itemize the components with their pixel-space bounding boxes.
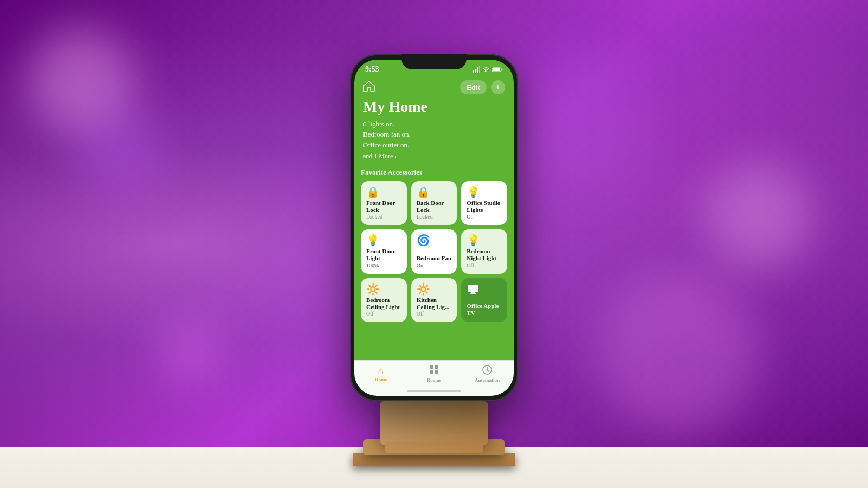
- tile-status-bedroom-fan: On: [417, 262, 452, 268]
- tile-status-bedroom-night-light: Off: [467, 262, 502, 268]
- bokeh-3: [597, 271, 760, 434]
- svg-rect-13: [435, 370, 438, 374]
- summary-line-2: Bedroom fan on.: [363, 129, 505, 140]
- tile-front-door-lock[interactable]: 🔒 Front Door Lock Locked: [361, 181, 407, 225]
- tile-name-front-door-lock: Front Door Lock: [366, 200, 401, 214]
- svg-rect-10: [430, 365, 433, 369]
- tile-icon-office-apple-tv: [467, 284, 502, 296]
- bokeh-4: [705, 163, 814, 271]
- tile-office-studio-lights[interactable]: 💡 Office Studio Lights On: [461, 181, 507, 225]
- tile-status-office-studio-lights: On: [467, 214, 502, 220]
- svg-rect-2: [477, 67, 478, 73]
- tile-status-bedroom-ceiling-light: Off: [366, 311, 401, 317]
- nav-bar: Edit +: [354, 76, 514, 97]
- phone-wrapper: 9:53: [350, 54, 518, 401]
- tile-icon-front-door-lock: 🔒: [366, 187, 401, 197]
- bokeh-5: [163, 325, 217, 380]
- tile-icon-bedroom-night-light: 💡: [467, 235, 502, 246]
- tile-kitchen-ceiling-light[interactable]: 🔆 Kitchen Ceiling Lig... Off: [411, 278, 457, 322]
- battery-icon: [492, 67, 503, 73]
- notch: [401, 54, 467, 69]
- tile-status-front-door-light: 100%: [366, 262, 401, 268]
- status-icons: [473, 66, 503, 73]
- tile-bedroom-fan[interactable]: 🌀 Bedroom Fan On: [411, 229, 457, 273]
- tab-rooms-icon: [429, 365, 439, 376]
- tile-status-front-door-lock: Locked: [366, 214, 401, 220]
- svg-rect-3: [479, 66, 480, 73]
- bokeh-1: [27, 27, 136, 136]
- tile-bedroom-night-light[interactable]: 💡 Bedroom Night Light Off: [461, 229, 507, 273]
- tile-bedroom-ceiling-light[interactable]: 🔆 Bedroom Ceiling Light Off: [361, 278, 407, 322]
- svg-rect-5: [502, 69, 503, 70]
- add-button[interactable]: +: [491, 80, 505, 94]
- svg-rect-9: [470, 293, 476, 294]
- tile-icon-front-door-light: 💡: [366, 235, 401, 246]
- favorites-label: Favorite Accessories: [361, 168, 507, 177]
- tile-name-front-door-light: Front Door Light: [366, 248, 401, 262]
- svg-rect-6: [493, 68, 500, 71]
- phone: 9:53: [350, 54, 518, 401]
- tile-name-office-studio-lights: Office Studio Lights: [467, 200, 502, 214]
- tile-status-back-door-lock: Locked: [417, 214, 452, 220]
- phone-stand: [380, 401, 488, 445]
- home-nav-icon[interactable]: [363, 81, 375, 94]
- tile-name-bedroom-ceiling-light: Bedroom Ceiling Light: [366, 297, 401, 311]
- tile-icon-back-door-lock: 🔒: [417, 187, 452, 197]
- tile-icon-bedroom-fan: 🌀: [417, 235, 452, 246]
- more-link[interactable]: and 1 More ›: [363, 151, 397, 161]
- tile-back-door-lock[interactable]: 🔒 Back Door Lock Locked: [411, 181, 457, 225]
- tab-bar: ⌂ Home Rooms: [354, 360, 514, 386]
- status-time: 9:53: [365, 65, 379, 74]
- tile-name-kitchen-ceiling-light: Kitchen Ceiling Lig...: [417, 297, 452, 311]
- bokeh-2: [81, 108, 163, 190]
- tab-rooms[interactable]: Rooms: [407, 365, 461, 383]
- tab-home[interactable]: ⌂ Home: [354, 366, 407, 382]
- accessories-grid: 🔒 Front Door Lock Locked 🔒 Back Door Loc…: [361, 181, 507, 322]
- tile-icon-office-studio-lights: 💡: [467, 187, 502, 197]
- screen: 9:53: [354, 60, 514, 396]
- svg-rect-11: [435, 365, 438, 369]
- tile-status-kitchen-ceiling-light: Off: [417, 311, 452, 317]
- tab-home-label: Home: [375, 377, 387, 382]
- tab-automation-label: Automation: [475, 377, 500, 383]
- tab-home-icon: ⌂: [378, 366, 384, 376]
- svg-rect-0: [473, 70, 474, 73]
- signal-icon: [473, 66, 480, 73]
- tile-icon-kitchen-ceiling-light: 🔆: [417, 284, 452, 294]
- home-bar: [407, 390, 461, 392]
- tile-icon-bedroom-ceiling-light: 🔆: [366, 284, 401, 294]
- tile-name-back-door-lock: Back Door Lock: [417, 200, 452, 214]
- svg-rect-8: [471, 292, 475, 293]
- page-title: My Home: [363, 99, 505, 115]
- edit-button[interactable]: Edit: [460, 80, 487, 94]
- wifi-icon: [482, 67, 490, 73]
- tile-name-office-apple-tv: Office Apple TV: [467, 303, 502, 317]
- svg-rect-1: [475, 69, 476, 73]
- scene-container: 9:53: [0, 0, 868, 488]
- svg-point-15: [487, 369, 488, 371]
- header: My Home 6 lights on. Bedroom fan on. Off…: [354, 97, 514, 166]
- summary-line-1: 6 lights on.: [363, 119, 505, 130]
- tab-automation[interactable]: Automation: [461, 365, 514, 383]
- main-content: Favorite Accessories 🔒 Front Door Lock L…: [354, 166, 514, 360]
- tab-rooms-label: Rooms: [427, 377, 442, 383]
- tile-name-bedroom-fan: Bedroom Fan: [417, 255, 452, 262]
- tab-automation-icon: [482, 365, 492, 376]
- svg-rect-12: [430, 370, 433, 374]
- nav-actions: Edit +: [460, 80, 505, 94]
- tile-name-bedroom-night-light: Bedroom Night Light: [467, 248, 502, 262]
- summary-text: 6 lights on. Bedroom fan on. Office outl…: [363, 119, 505, 162]
- tile-office-apple-tv[interactable]: Office Apple TV: [461, 278, 507, 322]
- svg-rect-7: [468, 285, 478, 292]
- home-indicator: [354, 386, 514, 396]
- tile-front-door-light[interactable]: 💡 Front Door Light 100%: [361, 229, 407, 273]
- summary-line-3: Office outlet on.: [363, 140, 505, 151]
- bokeh-6: [515, 54, 651, 190]
